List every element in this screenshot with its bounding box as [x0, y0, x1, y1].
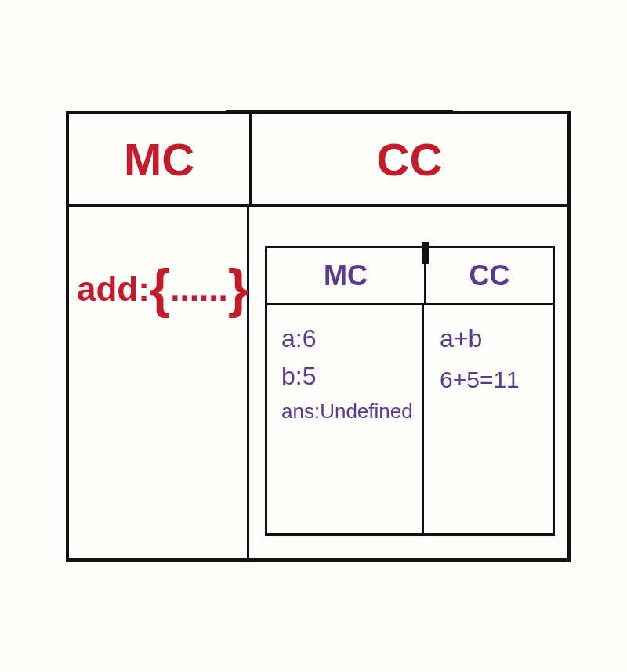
add-function-def: add:{......}: [77, 269, 247, 309]
var-a: a:6: [281, 320, 414, 357]
expr-evaluation: 6+5=11: [440, 367, 545, 393]
var-b: b:5: [281, 357, 414, 395]
outer-header-mc: MC: [69, 114, 252, 204]
inner-body: a:6 b:5 ans:Undefined a+b 6+5=11: [267, 305, 553, 533]
divider-tick-icon: [422, 242, 429, 264]
inner-header-cc: CC: [426, 248, 553, 303]
outer-top-edge-accent: [226, 110, 453, 114]
var-ans: ans:Undefined: [281, 399, 414, 424]
outer-mc-cell: add:{......}: [69, 207, 249, 558]
inner-cc-cell: a+b 6+5=11: [424, 305, 553, 533]
inner-context-box: MC CC a:6 b:5 ans:Undefined a+b 6+5=11: [265, 246, 555, 536]
outer-cc-cell: MC CC a:6 b:5 ans:Undefined a+b 6+5=11: [249, 207, 567, 558]
outer-header-cc: CC: [252, 114, 567, 204]
add-label-prefix: add:: [77, 269, 150, 309]
expr-a-plus-b: a+b: [440, 320, 545, 357]
inner-mc-cell: a:6 b:5 ans:Undefined: [267, 305, 424, 533]
outer-body: add:{......} MC CC a:6 b:5 ans:Undefined: [69, 207, 567, 558]
inner-header-row: MC CC: [267, 248, 553, 305]
outer-header-row: MC CC: [69, 114, 567, 207]
inner-header-mc: MC: [267, 248, 426, 303]
add-body-ellipsis: ......: [170, 269, 227, 309]
outer-context-box: MC CC add:{......} MC CC a:6 b:5 ans:Und: [66, 111, 571, 562]
